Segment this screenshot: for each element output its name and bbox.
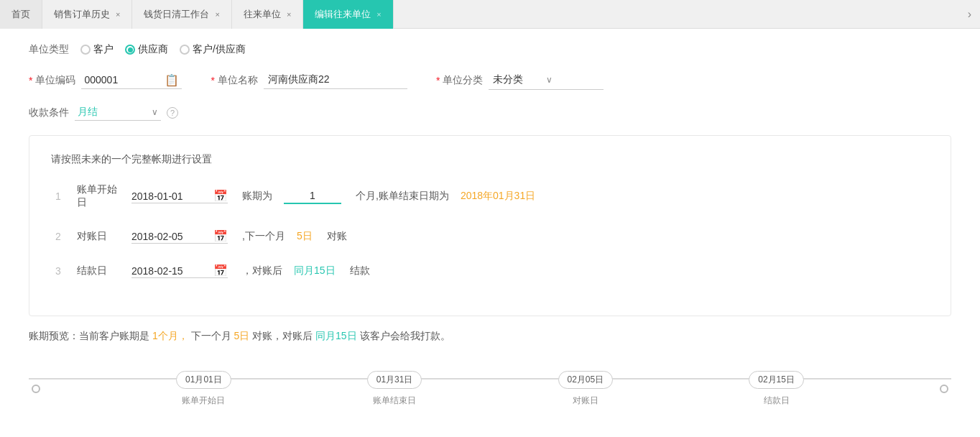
collect-condition-row: 收款条件 月结 ∨ ? — [29, 104, 951, 121]
unit-name-label: 单位名称 — [218, 74, 258, 87]
tab-sales-history[interactable]: 销售订单历史 × — [42, 0, 132, 29]
timeline-node-4: 02月15日 — [749, 371, 804, 389]
radio-customer[interactable]: 客户 — [80, 43, 114, 56]
preview-reconcile-day: 5日 — [234, 330, 249, 341]
reconcile-suffix: 对账 — [327, 230, 347, 243]
unit-category-group: * 单位分类 未分类 ∨ — [436, 70, 604, 90]
tab-close-edit[interactable]: × — [376, 10, 381, 19]
payment-day-highlight: 同月15日 — [294, 264, 336, 277]
tab-bar: 首页 销售订单历史 × 钱货日清工作台 × 往来单位 × 编辑往来单位 × › — [0, 0, 980, 29]
preview-part1-text: 下一个月 — [191, 330, 231, 341]
row-label-1: 账单开始日 — [77, 183, 120, 209]
reconcile-date-field[interactable]: 📅 — [131, 229, 228, 244]
radio-customer-circle — [80, 45, 91, 55]
preview-payment-day: 同月15日 — [315, 330, 357, 341]
preview-part3-text: 该客户会给我打款。 — [360, 330, 450, 341]
setting-row-1: 1 账单开始日 📅 账期为 个月,账单结束日期为 2018年01月31日 — [51, 183, 929, 209]
unit-name-star: * — [211, 75, 214, 86]
payment-date-calendar-icon[interactable]: 📅 — [213, 264, 228, 277]
timeline: 01月01日 账单开始日 01月31日 账单结束日 02月05日 对账日 02月… — [29, 364, 951, 421]
timeline-label-4: 结款日 — [764, 395, 790, 407]
period-mid-text: 账期为 — [242, 190, 272, 203]
timeline-label-2: 账单结束日 — [373, 395, 416, 407]
row-num-3: 3 — [51, 265, 65, 277]
preview-period: 1个月， — [152, 330, 188, 341]
period-suffix: 个月,账单结束日期为 — [356, 190, 449, 203]
unit-code-input[interactable] — [84, 74, 162, 86]
start-date-calendar-icon[interactable]: 📅 — [213, 189, 228, 203]
radio-both-circle — [180, 45, 190, 55]
tab-more-button[interactable]: › — [959, 8, 980, 21]
unit-type-radio-group: 客户 供应商 客户/供应商 — [80, 43, 246, 56]
tab-cash-clearance[interactable]: 钱货日清工作台 × — [132, 0, 231, 29]
timeline-points: 01月01日 账单开始日 01月31日 账单结束日 02月05日 对账日 02月… — [29, 371, 951, 407]
unit-code-group: * 单位编码 📋 — [29, 72, 182, 89]
row-label-2: 对账日 — [77, 230, 120, 243]
unit-name-group: * 单位名称 — [211, 71, 407, 89]
end-date-highlight: 2018年01月31日 — [461, 190, 535, 203]
radio-supplier[interactable]: 供应商 — [125, 43, 168, 56]
reconcile-day-highlight: 5日 — [297, 230, 313, 243]
billing-settings-section: 请按照未来的一个完整帐期进行设置 1 账单开始日 📅 账期为 个月,账单结束日期… — [29, 135, 951, 316]
period-input[interactable] — [284, 188, 341, 204]
timeline-point-1: 01月01日 账单开始日 — [176, 371, 231, 407]
unit-code-icon[interactable]: 📋 — [165, 73, 179, 87]
timeline-dot-end — [940, 385, 948, 393]
tab-edit-partner[interactable]: 编辑往来单位 × — [303, 0, 393, 29]
payment-prefix: ，对账后 — [242, 264, 282, 277]
row-label-3: 结款日 — [77, 264, 120, 277]
preview-label: 账期预览：当前客户账期是 — [29, 330, 149, 341]
collect-dropdown[interactable]: 月结 ∨ — [75, 104, 161, 121]
unit-code-star: * — [29, 75, 32, 86]
payment-date-input[interactable] — [131, 265, 211, 277]
timeline-node-3: 02月05日 — [558, 371, 614, 389]
timeline-node-2: 01月31日 — [367, 371, 422, 389]
unit-category-dropdown[interactable]: 未分类 ∨ — [489, 70, 604, 90]
unit-type-label: 单位类型 — [29, 43, 69, 56]
timeline-start-dot — [32, 385, 40, 393]
category-dropdown-arrow: ∨ — [546, 75, 599, 85]
preview-part2-text: 对账，对账后 — [252, 330, 315, 341]
tab-close-sales[interactable]: × — [116, 10, 120, 19]
help-icon[interactable]: ? — [167, 107, 178, 119]
payment-suffix: 结款 — [350, 264, 370, 277]
timeline-point-2: 01月31日 账单结束日 — [367, 371, 422, 407]
timeline-label-1: 账单开始日 — [182, 395, 225, 407]
unit-name-input[interactable] — [264, 71, 407, 89]
start-date-field[interactable]: 📅 — [131, 189, 228, 203]
unit-code-field[interactable]: 📋 — [81, 72, 182, 89]
tab-close-partners[interactable]: × — [287, 10, 291, 19]
timeline-node-1: 01月01日 — [176, 371, 231, 389]
payment-date-field[interactable]: 📅 — [131, 264, 228, 278]
unit-type-row: 单位类型 客户 供应商 客户/供应商 — [29, 43, 951, 56]
tab-home[interactable]: 首页 — [0, 0, 42, 29]
setting-row-3: 3 结款日 📅 ，对账后 同月15日 结款 — [51, 264, 929, 278]
row-num-1: 1 — [51, 190, 65, 202]
reconcile-date-input[interactable] — [131, 231, 211, 242]
timeline-point-4: 02月15日 结款日 — [749, 371, 804, 407]
setting-row-2: 2 对账日 📅 ,下一个月 5日 对账 — [51, 229, 929, 244]
start-date-input[interactable] — [131, 190, 211, 202]
tab-partners[interactable]: 往来单位 × — [232, 0, 303, 29]
preview-section: 账期预览：当前客户账期是 1个月， 下一个月 5日 对账，对账后 同月15日 该… — [29, 328, 951, 344]
row-num-2: 2 — [51, 231, 65, 242]
timeline-point-3: 02月05日 对账日 — [558, 371, 614, 407]
unit-code-label: 单位编码 — [35, 74, 75, 87]
unit-cat-star: * — [436, 75, 440, 86]
unit-fields-row: * 单位编码 📋 * 单位名称 * 单位分类 未分类 ∨ — [29, 70, 951, 90]
timeline-dot-start — [32, 385, 40, 393]
timeline-end-dot — [940, 385, 948, 393]
collect-dropdown-arrow: ∨ — [152, 107, 158, 117]
unit-cat-label: 单位分类 — [443, 74, 483, 87]
radio-both[interactable]: 客户/供应商 — [180, 43, 246, 56]
timeline-label-3: 对账日 — [573, 395, 598, 407]
main-content: 单位类型 客户 供应商 客户/供应商 * 单位编码 📋 — [0, 29, 980, 437]
radio-supplier-circle — [125, 45, 135, 55]
section-title: 请按照未来的一个完整帐期进行设置 — [51, 153, 929, 166]
reconcile-prefix: ,下一个月 — [242, 230, 285, 243]
reconcile-date-calendar-icon[interactable]: 📅 — [213, 229, 228, 243]
tab-close-cash[interactable]: × — [215, 10, 219, 19]
collect-label: 收款条件 — [29, 106, 69, 119]
